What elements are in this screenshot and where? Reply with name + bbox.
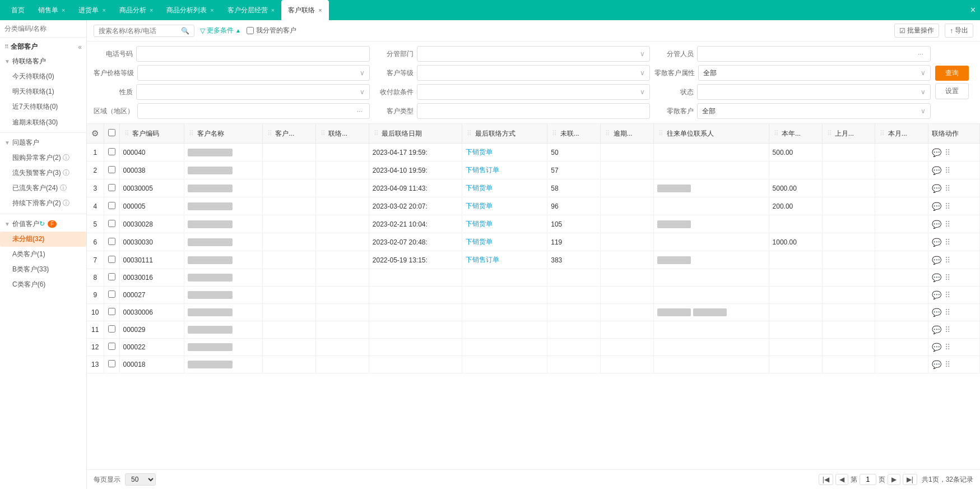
nav-tab-purchase[interactable]: 进货单 × bbox=[72, 0, 112, 20]
row-checkbox[interactable] bbox=[108, 202, 115, 209]
tab-sales-close[interactable]: × bbox=[62, 7, 65, 13]
grid-action-icon[interactable]: ⠿ bbox=[945, 166, 950, 175]
sidebar-all-customers-header[interactable]: ⠿ 全部客户 « bbox=[0, 38, 86, 54]
query-button[interactable]: 查询 bbox=[935, 66, 969, 81]
row-checkbox[interactable] bbox=[108, 360, 115, 367]
row-last-contact-way-link[interactable]: 下销货单 bbox=[466, 184, 493, 192]
row-checkbox[interactable] bbox=[108, 256, 115, 263]
sidebar-group-value[interactable]: ▼ 价值客户 ↻ F bbox=[0, 216, 86, 232]
row-last-contact-way-link[interactable]: 下销货单 bbox=[466, 148, 493, 156]
comment-icon[interactable]: 💬 bbox=[932, 290, 941, 299]
nav-tab-sales[interactable]: 销售单 × bbox=[31, 0, 72, 20]
my-customers-check[interactable] bbox=[247, 27, 254, 34]
close-all-button[interactable]: × bbox=[970, 5, 976, 15]
comment-icon[interactable]: 💬 bbox=[932, 238, 941, 247]
sidebar-item-class-c[interactable]: C类客户(6) bbox=[0, 277, 86, 292]
comment-icon[interactable]: 💬 bbox=[932, 308, 941, 317]
sidebar-group-pending[interactable]: ▼ 待联络客户 bbox=[0, 54, 86, 69]
region-select[interactable]: ··· bbox=[137, 103, 370, 119]
row-checkbox[interactable] bbox=[108, 166, 115, 173]
dept-select[interactable]: ∨ bbox=[417, 46, 651, 62]
price-level-select[interactable]: ∨ bbox=[137, 65, 370, 81]
prev-page-button[interactable]: ◀ bbox=[835, 474, 848, 485]
row-checkbox[interactable] bbox=[108, 238, 115, 245]
sidebar-item-ungroup[interactable]: 未分组(32) bbox=[0, 232, 86, 247]
sidebar-search-input[interactable] bbox=[4, 25, 87, 33]
grid-action-icon[interactable]: ⠿ bbox=[945, 273, 950, 282]
row-checkbox[interactable] bbox=[108, 325, 115, 333]
sidebar-item-abnormal[interactable]: 囤购异常客户(2) ⓘ bbox=[0, 150, 86, 165]
grid-action-icon[interactable]: ⠿ bbox=[945, 290, 950, 299]
sidebar-item-class-a[interactable]: A类客户(1) bbox=[0, 247, 86, 262]
comment-icon[interactable]: 💬 bbox=[932, 343, 941, 352]
search-icon[interactable]: 🔍 bbox=[181, 27, 189, 35]
grid-action-icon[interactable]: ⠿ bbox=[945, 184, 950, 193]
tab-customer-mgmt-close[interactable]: × bbox=[271, 7, 275, 13]
my-customers-checkbox[interactable]: 我分管的客户 bbox=[247, 26, 296, 35]
person-ellipsis[interactable]: ··· bbox=[916, 50, 926, 58]
status-select[interactable]: ∨ bbox=[697, 84, 931, 100]
grid-action-icon[interactable]: ⠿ bbox=[945, 220, 950, 229]
nav-tab-analysis[interactable]: 商品分析 × bbox=[113, 0, 160, 20]
comment-icon[interactable]: 💬 bbox=[932, 220, 941, 229]
comment-icon[interactable]: 💬 bbox=[932, 166, 941, 175]
comment-icon[interactable]: 💬 bbox=[932, 360, 941, 369]
search-input[interactable] bbox=[99, 27, 179, 35]
first-page-button[interactable]: |◀ bbox=[819, 474, 833, 485]
sidebar-collapse-icon[interactable]: « bbox=[78, 43, 82, 51]
comment-icon[interactable]: 💬 bbox=[932, 202, 941, 211]
row-last-contact-way-link[interactable]: 下销售订单 bbox=[466, 166, 499, 174]
row-checkbox[interactable] bbox=[108, 308, 115, 315]
sidebar-item-declining[interactable]: 持续下滑客户(2) ⓘ bbox=[0, 196, 86, 211]
comment-icon[interactable]: 💬 bbox=[932, 184, 941, 193]
tab-analysis-list-close[interactable]: × bbox=[210, 7, 213, 13]
retail-attr-select[interactable]: 全部 ∨ bbox=[698, 65, 931, 81]
tab-purchase-close[interactable]: × bbox=[102, 7, 105, 13]
phone-input[interactable] bbox=[136, 46, 370, 62]
grid-action-icon[interactable]: ⠿ bbox=[945, 343, 950, 352]
last-page-button[interactable]: ▶| bbox=[903, 474, 917, 485]
select-all-checkbox[interactable] bbox=[108, 129, 115, 136]
refresh-icon[interactable]: ↻ bbox=[39, 220, 45, 228]
nav-tab-analysis-list[interactable]: 商品分析列表 × bbox=[160, 0, 220, 20]
page-size-select[interactable]: 50 100 bbox=[125, 473, 156, 486]
row-last-contact-way-link[interactable]: 下销货单 bbox=[466, 220, 493, 228]
row-checkbox[interactable] bbox=[108, 148, 115, 155]
sidebar-item-lost[interactable]: 已流失客户(24) ⓘ bbox=[0, 181, 86, 196]
th-gear[interactable]: ⚙ bbox=[87, 124, 104, 144]
row-last-contact-way-link[interactable]: 下销货单 bbox=[466, 202, 493, 210]
grid-action-icon[interactable]: ⠿ bbox=[945, 238, 950, 247]
batch-op-button[interactable]: ☑ 批量操作 bbox=[894, 24, 939, 38]
reset-button[interactable]: 设置 bbox=[935, 83, 969, 99]
row-last-contact-way-link[interactable]: 下销货单 bbox=[466, 238, 493, 246]
nav-home[interactable]: 首页 bbox=[4, 0, 31, 20]
customer-type-select[interactable] bbox=[417, 103, 651, 119]
grid-action-icon[interactable]: ⠿ bbox=[945, 256, 950, 265]
nav-tab-customer-mgmt[interactable]: 客户分层经营 × bbox=[221, 0, 281, 20]
nature-select[interactable]: ∨ bbox=[136, 84, 370, 100]
comment-icon[interactable]: 💬 bbox=[932, 256, 941, 265]
nav-tab-customer-contact[interactable]: 客户联络 × bbox=[281, 0, 328, 20]
more-filters-button[interactable]: ▽ 更多条件 ▲ bbox=[200, 26, 241, 35]
sidebar-item-class-b[interactable]: B类客户(33) bbox=[0, 262, 86, 277]
row-checkbox[interactable] bbox=[108, 273, 115, 280]
gear-icon[interactable]: ⚙ bbox=[91, 128, 99, 138]
grid-action-icon[interactable]: ⠿ bbox=[945, 360, 950, 369]
grid-action-icon[interactable]: ⠿ bbox=[945, 325, 950, 334]
page-number-input[interactable] bbox=[860, 474, 876, 485]
tab-customer-contact-close[interactable]: × bbox=[318, 7, 322, 13]
region-ellipsis[interactable]: ··· bbox=[355, 107, 365, 115]
comment-icon[interactable]: 💬 bbox=[932, 273, 941, 282]
grid-action-icon[interactable]: ⠿ bbox=[945, 308, 950, 317]
retail-customer-select[interactable]: 全部 ∨ bbox=[697, 103, 931, 119]
person-select[interactable]: ··· bbox=[697, 46, 931, 62]
row-last-contact-way-link[interactable]: 下销售订单 bbox=[466, 256, 499, 264]
sidebar-item-overdue-pending[interactable]: 逾期未联络(30) bbox=[0, 115, 86, 130]
customer-level-select[interactable]: ∨ bbox=[417, 65, 651, 81]
sidebar-item-7days-pending[interactable]: 近7天待联络(0) bbox=[0, 99, 86, 114]
grid-action-icon[interactable]: ⠿ bbox=[945, 148, 950, 157]
row-checkbox[interactable] bbox=[108, 184, 115, 191]
comment-icon[interactable]: 💬 bbox=[932, 148, 941, 157]
sidebar-item-today-pending[interactable]: 今天待联络(0) bbox=[0, 69, 86, 84]
next-page-button[interactable]: ▶ bbox=[888, 474, 900, 485]
